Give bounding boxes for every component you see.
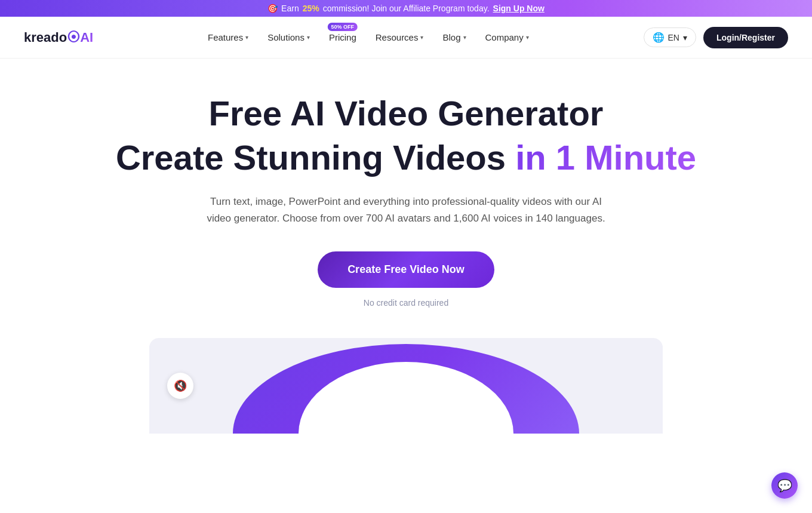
nav-link-company[interactable]: Company ▾: [478, 27, 536, 47]
nav-link-features[interactable]: Features ▾: [201, 27, 256, 47]
video-preview: 🔇: [137, 338, 675, 434]
announcement-icon: 🎯: [267, 4, 278, 13]
chevron-down-icon: ▾: [307, 34, 310, 41]
nav-link-solutions[interactable]: Solutions ▾: [260, 27, 317, 47]
nav-label-company: Company: [485, 32, 524, 42]
globe-icon: 🌐: [653, 32, 665, 43]
pricing-badge: 50% OFF: [328, 23, 358, 31]
nav-item-solutions[interactable]: Solutions ▾: [260, 27, 317, 47]
announcement-prefix: Earn: [281, 4, 299, 13]
hero-title-line2: Create Stunning Videos in 1 Minute: [12, 139, 800, 177]
nav-label-pricing: Pricing: [329, 32, 356, 42]
announcement-bar: 🎯 Earn 25% commission! Join our Affiliat…: [0, 0, 812, 17]
logo-dot: ⦿: [67, 30, 80, 45]
nav-item-resources[interactable]: Resources ▾: [368, 27, 431, 47]
hero-subtitle: Turn text, image, PowerPoint and everyth…: [203, 193, 609, 228]
nav-links: Features ▾ Solutions ▾ 50% OFF Pricing R…: [201, 27, 536, 47]
nav-link-blog[interactable]: Blog ▾: [435, 27, 473, 47]
nav-item-pricing[interactable]: 50% OFF Pricing: [322, 27, 364, 47]
hero-section: Free AI Video Generator Create Stunning …: [0, 59, 812, 326]
hero-title-start: Create Stunning Videos: [116, 138, 506, 177]
login-register-button[interactable]: Login/Register: [703, 27, 788, 48]
create-free-video-button[interactable]: Create Free Video Now: [318, 251, 494, 288]
no-credit-text: No credit card required: [364, 298, 448, 308]
mute-button[interactable]: 🔇: [167, 373, 193, 399]
video-container: 🔇: [149, 338, 663, 434]
announcement-highlight: 25%: [303, 4, 319, 13]
logo-ai: AI: [80, 30, 93, 45]
chevron-down-icon: ▾: [683, 33, 687, 42]
nav-label-resources: Resources: [376, 32, 419, 42]
logo-prefix: kreado: [24, 30, 67, 45]
nav-item-company[interactable]: Company ▾: [478, 27, 536, 47]
hero-title-line1: Free AI Video Generator: [12, 94, 800, 133]
nav-link-resources[interactable]: Resources ▾: [368, 27, 431, 47]
hero-title-accent: in 1 Minute: [515, 138, 696, 177]
logo-text: kreado⦿AI: [24, 30, 93, 45]
navbar: kreado⦿AI Features ▾ Solutions ▾ 50% OFF…: [0, 17, 812, 59]
nav-label-features: Features: [208, 32, 243, 42]
chevron-down-icon: ▾: [245, 34, 248, 41]
logo[interactable]: kreado⦿AI: [24, 30, 93, 45]
chevron-down-icon: ▾: [420, 34, 423, 41]
mute-icon: 🔇: [174, 379, 187, 392]
announcement-cta[interactable]: Sign Up Now: [493, 4, 545, 13]
announcement-suffix: commission! Join our Affiliate Program t…: [323, 4, 490, 13]
language-selector[interactable]: 🌐 EN ▾: [644, 27, 696, 47]
nav-right: 🌐 EN ▾ Login/Register: [644, 27, 788, 48]
nav-item-features[interactable]: Features ▾: [201, 27, 256, 47]
nav-item-blog[interactable]: Blog ▾: [435, 27, 473, 47]
chevron-down-icon: ▾: [526, 34, 529, 41]
chevron-down-icon: ▾: [463, 34, 466, 41]
nav-label-solutions: Solutions: [267, 32, 304, 42]
language-label: EN: [668, 33, 679, 42]
nav-label-blog: Blog: [442, 32, 460, 42]
